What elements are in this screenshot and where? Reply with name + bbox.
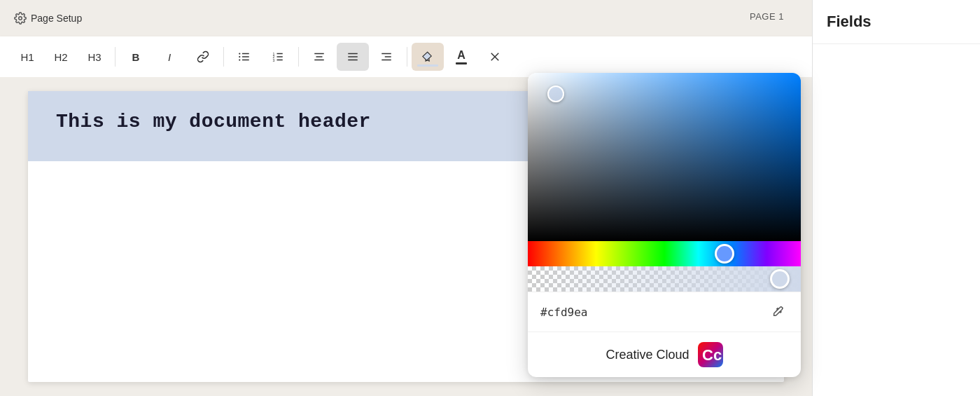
align-justify-button[interactable]	[337, 43, 369, 71]
color-gradient-area[interactable]	[528, 73, 801, 241]
link-icon	[197, 50, 209, 63]
page-setup-button[interactable]: Page Setup	[14, 12, 82, 25]
svg-text:Cc: Cc	[702, 346, 722, 364]
svg-text:3: 3	[273, 58, 275, 62]
link-button[interactable]	[187, 43, 219, 71]
bullet-list-button[interactable]	[228, 43, 260, 71]
text-color-button[interactable]: A	[445, 43, 477, 71]
color-picker-bottom	[528, 292, 801, 332]
separator-4	[407, 47, 407, 67]
italic-button[interactable]: I	[153, 43, 186, 71]
align-center-button[interactable]	[303, 43, 335, 71]
color-picker-handle[interactable]	[547, 86, 564, 102]
h3-button[interactable]: H3	[78, 43, 111, 71]
separator-3	[298, 47, 299, 67]
gear-icon	[14, 12, 27, 25]
h1-button[interactable]: H1	[11, 43, 43, 71]
text-color-a: A	[456, 49, 467, 64]
color-hue-bar[interactable]	[528, 241, 801, 266]
numbered-list-button[interactable]: 1 2 3	[262, 43, 294, 71]
hex-input[interactable]	[540, 306, 762, 319]
fields-panel: Fields	[812, 0, 980, 396]
align-right-icon	[380, 50, 393, 63]
bold-button[interactable]: B	[120, 43, 152, 71]
highlight-icon	[421, 50, 434, 63]
alpha-handle[interactable]	[770, 269, 790, 289]
color-alpha-bar[interactable]	[528, 266, 801, 292]
eyedropper-button[interactable]	[769, 302, 788, 322]
svg-point-5	[239, 56, 240, 57]
page-setup-label: Page Setup	[31, 13, 82, 24]
creative-cloud-icon: Cc	[698, 342, 723, 367]
separator-1	[115, 47, 115, 67]
svg-point-6	[239, 59, 240, 60]
separator-2	[223, 47, 224, 67]
highlight-button[interactable]	[412, 43, 444, 71]
clear-format-icon	[489, 50, 501, 63]
align-right-button[interactable]	[370, 43, 402, 71]
svg-point-0	[19, 17, 22, 20]
hue-handle[interactable]	[715, 244, 734, 264]
creative-cloud-label: Creative Cloud	[606, 348, 689, 362]
fields-panel-title: Fields	[827, 13, 872, 30]
align-justify-icon	[346, 50, 359, 63]
align-center-icon	[313, 50, 326, 63]
eyedropper-icon	[772, 306, 785, 318]
color-picker-popup: Creative Cloud Cc	[528, 73, 801, 377]
page-label: PAGE 1	[750, 11, 784, 22]
clear-format-button[interactable]	[479, 43, 511, 71]
document-header-text: This is my document header	[56, 111, 371, 132]
h2-button[interactable]: H2	[45, 43, 77, 71]
creative-cloud-section: Creative Cloud Cc	[528, 332, 801, 377]
numbered-list-icon: 1 2 3	[272, 50, 284, 63]
bullet-list-icon	[238, 50, 251, 63]
svg-point-4	[239, 53, 240, 54]
